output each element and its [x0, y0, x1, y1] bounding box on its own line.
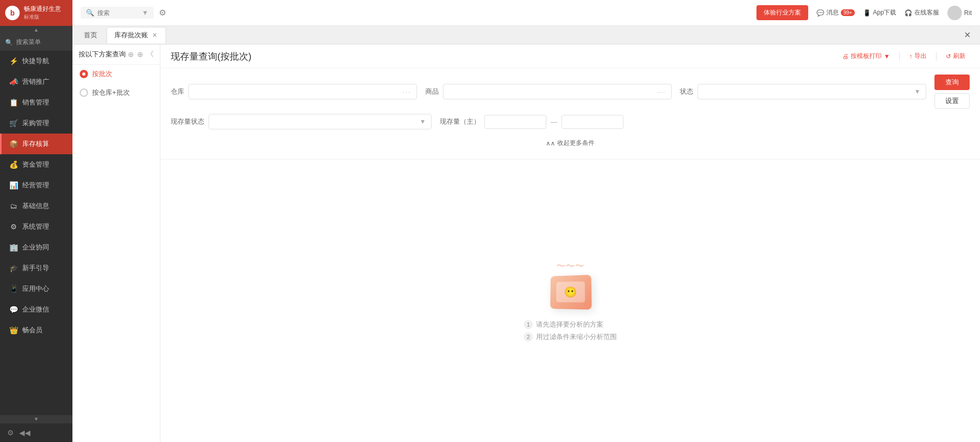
app-download-action[interactable]: 📱 App下载 — [863, 8, 896, 17]
tab-inventory-batch-label: 库存批次账 — [114, 31, 148, 40]
print-btn[interactable]: 🖨 按模板打印 ▼ — [838, 50, 894, 63]
page-header: 现存量查询(按批次) 🖨 按模板打印 ▼ ↑ 导出 ↺ 刷 — [160, 45, 980, 68]
scheme-item-by-batch[interactable]: 按批次 — [72, 65, 160, 83]
tab-panel-close-icon[interactable]: ✕ — [959, 30, 976, 40]
sidebar-item-label: 营销推广 — [22, 77, 49, 86]
wechat-icon: 💬 — [9, 305, 18, 314]
sidebar-item-purchase[interactable]: 🛒 采购管理 — [0, 113, 72, 134]
warehouse-input[interactable]: ··· — [188, 84, 417, 99]
chevron-up-icon: ∧∧ — [546, 140, 555, 147]
tip-text-2: 用过滤条件来缩小分析范围 — [536, 332, 617, 342]
sidebar-item-enterprise[interactable]: 🏢 企业协同 — [0, 237, 72, 258]
collapse-panel-icon[interactable]: 《 — [146, 50, 154, 59]
tab-close-btn[interactable]: ✕ — [151, 32, 158, 39]
sidebar-item-label: 新手引导 — [22, 263, 49, 273]
export-btn[interactable]: ↑ 导出 — [905, 50, 931, 63]
topbar-right: 体验行业方案 💬 消息 99+ 📱 App下载 🎧 在线客服 Rit — [756, 5, 972, 20]
inventory-status-dropdown-icon[interactable]: ▼ — [420, 118, 426, 125]
query-btn[interactable]: 查询 — [934, 75, 970, 90]
add-scheme-icon[interactable]: ⊕ — [128, 50, 134, 58]
product-input[interactable]: ··· — [443, 84, 672, 99]
inventory-qty-from[interactable] — [484, 115, 546, 129]
inventory-icon: 📦 — [9, 139, 18, 149]
inventory-qty-dash: — — [551, 118, 557, 126]
sidebar-item-label: 基础信息 — [22, 201, 49, 211]
topbar-search-dropdown-icon[interactable]: ▼ — [142, 9, 149, 17]
topbar-search-box[interactable]: 🔍 ▼ — [81, 7, 154, 19]
sidebar-item-operation[interactable]: 📊 经营管理 — [0, 175, 72, 196]
app-download-label: App下载 — [873, 8, 896, 17]
scheme-dot-by-batch — [80, 70, 88, 78]
inventory-status-select[interactable]: ▼ — [209, 114, 432, 129]
app-subtitle: 标准版 — [24, 13, 61, 21]
main-area: 🔍 ▼ ⚙ 体验行业方案 💬 消息 99+ 📱 App下载 — [72, 0, 980, 442]
sidebar-item-sales[interactable]: 📋 销售管理 — [0, 92, 72, 113]
topbar-search-input[interactable] — [97, 9, 139, 17]
topbar: 🔍 ▼ ⚙ 体验行业方案 💬 消息 99+ 📱 App下载 — [72, 0, 980, 26]
settings-scheme-icon[interactable]: ⊕ — [137, 50, 143, 58]
scroll-down-btn[interactable]: ▼ — [0, 415, 72, 423]
action-buttons: 查询 设置 — [934, 75, 970, 109]
sidebar-item-label: 快捷导航 — [22, 56, 49, 66]
user-avatar — [947, 6, 962, 20]
online-service-action[interactable]: 🎧 在线客服 — [904, 8, 939, 17]
divider-1 — [899, 52, 900, 61]
user-action[interactable]: Rit — [947, 6, 972, 20]
status-dropdown-icon[interactable]: ▼ — [914, 88, 920, 95]
print-icon: 🖨 — [842, 53, 849, 60]
divider-2 — [936, 52, 937, 61]
empty-box-face: 😶 — [556, 281, 585, 302]
warehouse-dots-icon[interactable]: ··· — [403, 88, 411, 96]
filter-inventory-status: 现存量状态 ▼ — [171, 114, 432, 129]
sidebar-item-marketing[interactable]: 📣 营销推广 — [0, 71, 72, 92]
topbar-search-icon: 🔍 — [86, 9, 94, 17]
sidebar-item-inventory[interactable]: 📦 库存核算 — [0, 134, 72, 154]
sidebar-item-quick[interactable]: ⚡ 快捷导航 — [0, 51, 72, 71]
export-label: 导出 — [914, 52, 927, 61]
experience-btn[interactable]: 体验行业方案 — [756, 5, 808, 20]
print-label: 按模板打印 — [851, 52, 882, 61]
product-dots-icon[interactable]: ··· — [657, 88, 666, 96]
sidebar-item-label: 资金管理 — [22, 160, 49, 169]
page-header-actions: 🖨 按模板打印 ▼ ↑ 导出 ↺ 刷新 — [838, 50, 970, 63]
sidebar-item-newbie[interactable]: 🎓 新手引导 — [0, 258, 72, 278]
scheme-label-by-batch: 按批次 — [92, 69, 112, 79]
collapse-btn[interactable]: ∧∧ 收起更多条件 — [171, 136, 970, 151]
tip-num-1: 1 — [524, 320, 533, 329]
sidebar-item-appstore[interactable]: 📱 应用中心 — [0, 278, 72, 299]
print-dropdown-icon[interactable]: ▼ — [884, 53, 890, 60]
sidebar-item-system[interactable]: ⚙ 系统管理 — [0, 216, 72, 237]
messages-action[interactable]: 💬 消息 99+ — [816, 8, 855, 17]
tab-inventory-batch[interactable]: 库存批次账 ✕ — [107, 27, 166, 43]
message-icon: 💬 — [816, 9, 824, 17]
scroll-up-btn[interactable]: ▲ — [0, 26, 72, 34]
inventory-qty-to[interactable] — [561, 115, 623, 129]
topbar-left: 🔍 ▼ ⚙ — [81, 7, 166, 19]
sidebar-item-label: 经营管理 — [22, 181, 49, 190]
settings-footer-icon[interactable]: ⚙ — [7, 429, 14, 437]
sidebar-item-finance[interactable]: 💰 资金管理 — [0, 154, 72, 175]
empty-tips: 1 请先选择要分析的方案 2 用过滤条件来缩小分析范围 — [524, 320, 617, 342]
quick-icon: ⚡ — [9, 56, 18, 66]
settings-btn[interactable]: 设置 — [934, 93, 970, 109]
sidebar-header: b 畅康通好生意 标准版 — [0, 0, 72, 26]
tab-home[interactable]: 首页 — [77, 27, 105, 43]
empty-state: 〜〜〜 😶 1 请先选择要分析的方案 2 — [160, 159, 980, 442]
scheme-item-by-warehouse-batch[interactable]: 按仓库+批次 — [72, 83, 160, 102]
message-badge: 99+ — [841, 9, 855, 16]
sidebar-item-basic[interactable]: 🗂 基础信息 — [0, 196, 72, 216]
sidebar-nav: ⚡ 快捷导航 📣 营销推广 📋 销售管理 🛒 采购管理 📦 库存核算 💰 资金管… — [0, 51, 72, 415]
left-panel: 按以下方案查询 ⊕ ⊕ 《 按批次 按仓库+批次 — [72, 45, 160, 442]
sidebar-item-wechat[interactable]: 💬 企业微信 — [0, 299, 72, 320]
sidebar-search[interactable]: 🔍 搜索菜单 — [0, 34, 72, 51]
inventory-qty-label: 现存量（主） — [440, 117, 480, 126]
operation-icon: 📊 — [9, 181, 18, 190]
right-content: 现存量查询(按批次) 🖨 按模板打印 ▼ ↑ 导出 ↺ 刷 — [160, 45, 980, 442]
topbar-settings-icon[interactable]: ⚙ — [159, 8, 166, 18]
refresh-btn[interactable]: ↺ 刷新 — [942, 50, 970, 63]
sidebar-item-label: 销售管理 — [22, 98, 49, 107]
status-select[interactable]: ▼ — [697, 84, 926, 99]
collapse-sidebar-icon[interactable]: ◀◀ — [19, 429, 31, 437]
sidebar-item-member[interactable]: 👑 畅会员 — [0, 320, 72, 341]
status-label: 状态 — [680, 87, 693, 96]
